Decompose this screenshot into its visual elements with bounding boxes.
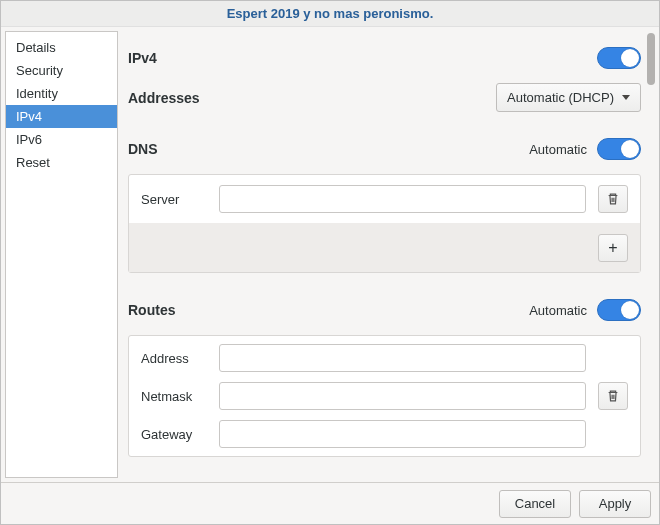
cancel-button[interactable]: Cancel [499, 490, 571, 518]
plus-icon: + [608, 240, 617, 256]
sidebar-item-details[interactable]: Details [6, 36, 117, 59]
route-gateway-input[interactable] [219, 420, 586, 448]
dns-auto-label: Automatic [529, 142, 587, 157]
addresses-heading: Addresses [128, 90, 200, 106]
dns-add-button[interactable]: + [598, 234, 628, 262]
dns-panel: Server + [128, 174, 641, 273]
sidebar-item-reset[interactable]: Reset [6, 151, 117, 174]
dns-server-input[interactable] [219, 185, 586, 213]
window-title: Espert 2019 y no mas peronismo. [1, 1, 659, 27]
sidebar-item-identity[interactable]: Identity [6, 82, 117, 105]
action-bar: Cancel Apply [1, 482, 659, 524]
routes-panel: Address Netmask Gateway [128, 335, 641, 457]
route-delete-button[interactable] [598, 382, 628, 410]
routes-auto-label: Automatic [529, 303, 587, 318]
sidebar: Details Security Identity IPv4 IPv6 Rese… [5, 31, 118, 478]
trash-icon [606, 192, 620, 206]
route-address-input[interactable] [219, 344, 586, 372]
dns-heading: DNS [128, 141, 158, 157]
dns-auto-toggle[interactable] [597, 138, 641, 160]
chevron-down-icon [622, 95, 630, 100]
dns-server-label: Server [141, 192, 207, 207]
routes-heading: Routes [128, 302, 175, 318]
ipv4-toggle[interactable] [597, 47, 641, 69]
route-netmask-input[interactable] [219, 382, 586, 410]
scrollbar[interactable] [647, 33, 655, 85]
route-netmask-label: Netmask [141, 389, 207, 404]
sidebar-item-ipv6[interactable]: IPv6 [6, 128, 117, 151]
apply-button[interactable]: Apply [579, 490, 651, 518]
route-address-label: Address [141, 351, 207, 366]
ipv4-heading: IPv4 [128, 50, 157, 66]
trash-icon [606, 389, 620, 403]
addresses-mode-combo[interactable]: Automatic (DHCP) [496, 83, 641, 112]
routes-auto-toggle[interactable] [597, 299, 641, 321]
route-gateway-label: Gateway [141, 427, 207, 442]
addresses-mode-label: Automatic (DHCP) [507, 90, 614, 105]
sidebar-item-security[interactable]: Security [6, 59, 117, 82]
sidebar-item-ipv4[interactable]: IPv4 [6, 105, 117, 128]
dns-delete-button[interactable] [598, 185, 628, 213]
